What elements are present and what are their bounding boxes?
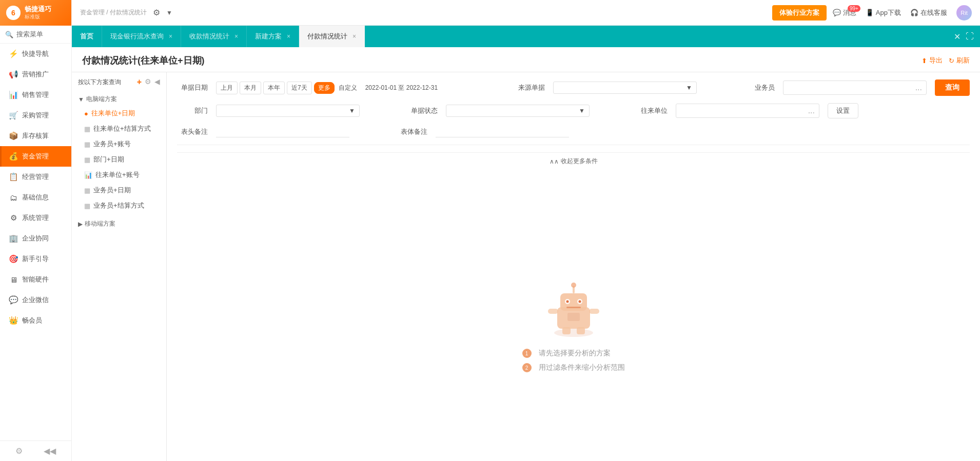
sidebar-item-purchase[interactable]: 🛒 采购管理 — [0, 105, 71, 126]
tab-receivable-close[interactable]: × — [234, 33, 238, 40]
scheme-item-icon-5: ▦ — [84, 187, 90, 194]
sidebar-search[interactable]: 🔍 搜索菜单 — [0, 26, 71, 44]
sidebar-item-system[interactable]: ⚙ 系统管理 — [0, 208, 71, 228]
tabbar-close-icon[interactable]: ✕ — [954, 32, 961, 42]
member-icon: 👑 — [9, 316, 18, 325]
status-select[interactable]: ▼ — [446, 105, 590, 117]
sidebar-item-inventory[interactable]: 📦 库存核算 — [0, 126, 71, 146]
date-btn-last-month[interactable]: 上月 — [216, 82, 238, 94]
scheme-section-mobile: ▶ 移动端方案 — [72, 215, 166, 232]
sidebar-item-marketing[interactable]: 📢 营销推广 — [0, 64, 71, 85]
message-btn[interactable]: 💬 消息 99+ — [833, 8, 856, 17]
service-btn[interactable]: 🎧 在线客服 — [910, 8, 947, 17]
topbar: 资金管理 / 付款情况统计 ⚙ ▼ 体验行业方案 💬 消息 99+ 📱 App下… — [72, 0, 980, 26]
partner-select[interactable]: ... — [676, 104, 819, 118]
empty-hint-1: 1 请先选择要分析的方案 — [522, 349, 625, 358]
scheme-item-agent-date[interactable]: ▦ 业务员+日期 — [72, 183, 166, 198]
scheme-settings-btn[interactable]: ⚙ — [145, 77, 151, 87]
dept-select[interactable]: ▼ — [216, 105, 360, 117]
filter-row-1: 单据日期 上月 本月 本年 近7天 更多 自定义 2022-01-01 至 20… — [177, 79, 970, 96]
topbar-dropdown-icon[interactable]: ▼ — [166, 9, 172, 16]
filter-row-2: 部门 ▼ 单据状态 ▼ 往来单位 — [177, 103, 970, 118]
svg-point-8 — [571, 283, 576, 288]
source-select[interactable]: ▼ — [553, 82, 697, 94]
scheme-item-partner-date[interactable]: ● 往来单位+日期 — [72, 106, 166, 121]
app-download-btn[interactable]: 📱 App下载 — [866, 8, 901, 17]
scheme-item-agent-settle[interactable]: ▦ 业务员+结算方式 — [72, 198, 166, 213]
tab-home[interactable]: 首页 — [72, 26, 102, 47]
agent-select[interactable]: ... — [783, 81, 927, 95]
empty-hints: 1 请先选择要分析的方案 2 用过滤条件来缩小分析范围 — [522, 349, 625, 372]
sidebar-item-capital[interactable]: 💰 资金管理 — [0, 146, 71, 167]
agent-label: 业务员 — [744, 83, 775, 92]
tab-payment-close[interactable]: × — [352, 33, 356, 40]
trial-btn[interactable]: 体验行业方案 — [772, 5, 827, 21]
body-note-input[interactable] — [436, 126, 569, 137]
scheme-panel: 按以下方案查询 + ⚙ ◀ ▼ 电脑端方案 ● 往来单位+日期 — [72, 72, 167, 461]
service-icon: 🎧 — [910, 9, 918, 16]
sidebar-item-hardware[interactable]: 🖥 智能硬件 — [0, 269, 71, 290]
guide-icon: 🎯 — [9, 254, 18, 264]
tab-cash-close[interactable]: × — [169, 33, 172, 40]
date-btn-this-year[interactable]: 本年 — [263, 82, 285, 94]
scheme-section-arrow-icon: ▼ — [78, 96, 84, 103]
export-icon: ⬆ — [922, 57, 927, 65]
sidebar-item-guide[interactable]: 🎯 新手引导 — [0, 249, 71, 269]
tab-new-scheme[interactable]: 新建方案 × — [247, 26, 299, 47]
sidebar: 6 畅捷通巧 标准版 🔍 搜索菜单 ⚡ 快捷导航 📢 营销推广 📊 销售管理 🛒… — [0, 0, 72, 461]
sidebar-logo: 6 畅捷通巧 标准版 — [0, 0, 71, 26]
sidebar-item-quick-nav[interactable]: ⚡ 快捷导航 — [0, 44, 71, 64]
scheme-mobile-arrow-icon: ▶ — [78, 221, 83, 228]
sidebar-item-basic[interactable]: 🗂 基础信息 — [0, 187, 71, 208]
date-btn-this-month[interactable]: 本月 — [240, 82, 261, 94]
export-btn[interactable]: ⬆ 导出 — [922, 56, 943, 65]
scheme-item-partner-account[interactable]: 📊 往来单位+账号 — [72, 167, 166, 183]
collapse-bar[interactable]: ∧∧ 收起更多条件 — [177, 152, 970, 170]
sidebar-item-sales[interactable]: 📊 销售管理 — [0, 85, 71, 105]
scheme-add-btn[interactable]: + — [137, 77, 142, 87]
purchase-icon: 🛒 — [9, 111, 18, 120]
svg-rect-13 — [577, 327, 585, 334]
settings-btn[interactable]: 设置 — [828, 103, 858, 118]
agent-dots-icon[interactable]: ... — [915, 83, 922, 92]
sidebar-item-operation[interactable]: 📋 经营管理 — [0, 167, 71, 187]
refresh-btn[interactable]: ↻ 刷新 — [949, 56, 970, 65]
scheme-section-mobile-title[interactable]: ▶ 移动端方案 — [72, 217, 166, 230]
tab-new-scheme-close[interactable]: × — [287, 33, 290, 40]
scheme-section-pc-title[interactable]: ▼ 电脑端方案 — [72, 93, 166, 106]
query-btn[interactable]: 查询 — [935, 79, 970, 96]
tab-payment[interactable]: 付款情况统计 × — [299, 26, 365, 47]
date-btn-7days[interactable]: 近7天 — [287, 82, 312, 94]
page-title: 付款情况统计(往来单位+日期) — [82, 54, 205, 67]
partner-label: 往来单位 — [637, 106, 668, 115]
wechat-icon: 💬 — [9, 295, 18, 305]
header-note-input[interactable] — [216, 126, 349, 137]
sidebar-item-wechat[interactable]: 💬 企业微信 — [0, 290, 71, 310]
sidebar-collapse-btn[interactable]: ◀◀ — [44, 446, 56, 456]
user-avatar[interactable]: Rit — [956, 5, 972, 21]
sidebar-settings-btn[interactable]: ⚙ — [15, 446, 23, 456]
topbar-icons: 💬 消息 99+ 📱 App下载 🎧 在线客服 Rit — [833, 5, 972, 21]
scheme-item-partner-settle[interactable]: ▦ 往来单位+结算方式 — [72, 121, 166, 136]
empty-illustration — [543, 279, 604, 340]
sidebar-item-member[interactable]: 👑 畅会员 — [0, 310, 71, 331]
dept-dropdown-icon: ▼ — [349, 107, 355, 114]
tabbar-expand-icon[interactable]: ⛶ — [966, 32, 974, 41]
scheme-item-icon-4: 📊 — [84, 171, 92, 179]
scheme-item-dept-date[interactable]: ▦ 部门+日期 — [72, 152, 166, 167]
filter-row-3: 表头备注 表体备注 — [177, 126, 970, 145]
scheme-collapse-btn[interactable]: ◀ — [154, 77, 160, 87]
source-dropdown-icon: ▼ — [686, 84, 692, 91]
date-btn-more[interactable]: 更多 — [314, 82, 335, 94]
logo-icon: 6 — [6, 6, 21, 20]
header-note-label: 表头备注 — [177, 127, 208, 136]
topbar-gear-icon[interactable]: ⚙ — [153, 8, 160, 17]
partner-dots-icon[interactable]: ... — [808, 106, 815, 115]
svg-rect-14 — [567, 313, 580, 321]
body-note-label: 表体备注 — [397, 127, 427, 136]
scheme-item-agent-account[interactable]: ▦ 业务员+账号 — [72, 136, 166, 152]
tab-cash[interactable]: 现金银行流水查询 × — [102, 26, 181, 47]
page-top: 付款情况统计(往来单位+日期) ⬆ 导出 ↻ 刷新 — [72, 47, 980, 72]
sidebar-item-enterprise[interactable]: 🏢 企业协同 — [0, 228, 71, 249]
tab-receivable[interactable]: 收款情况统计 × — [181, 26, 247, 47]
